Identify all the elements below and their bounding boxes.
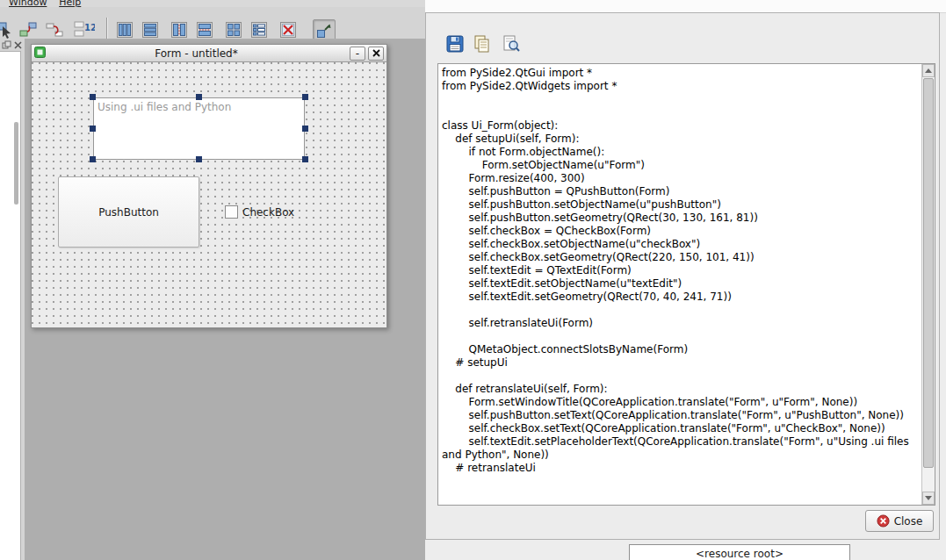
scroll-down-icon[interactable]	[922, 492, 935, 505]
dock-close-icon[interactable]	[13, 40, 23, 50]
resource-root-item[interactable]: <resource root>	[629, 544, 850, 560]
selection-handle[interactable]	[196, 156, 202, 162]
close-button-label: Close	[894, 515, 923, 528]
layout-horizontal-splitter-icon[interactable]	[169, 19, 190, 40]
dock-scrollbar-thumb[interactable]	[14, 122, 18, 205]
selection-handle[interactable]	[302, 94, 308, 100]
form-window-title: Form - untitled*	[46, 47, 347, 60]
right-top-strip	[425, 0, 946, 13]
selection-handle[interactable]	[302, 156, 308, 162]
textedit-placeholder: Using .ui files and Python	[97, 101, 300, 113]
break-layout-icon[interactable]	[278, 19, 299, 40]
toolbar-separator	[106, 18, 108, 40]
checkbox-indicator[interactable]	[225, 205, 238, 219]
scroll-up-icon[interactable]	[922, 64, 935, 77]
generated-code: from PySide2.QtGui import * from PySide2…	[438, 64, 935, 477]
layout-vertically-icon[interactable]	[140, 19, 161, 40]
close-window-button[interactable]	[368, 47, 384, 61]
checkbox-label: CheckBox	[242, 206, 294, 219]
checkbox-widget[interactable]: CheckBox	[225, 194, 314, 230]
layout-vertical-splitter-icon[interactable]	[194, 19, 215, 40]
code-preview-dialog: from PySide2.QtGui import * from PySide2…	[425, 12, 940, 540]
selection-handle[interactable]	[196, 94, 202, 100]
close-circle-icon	[877, 514, 890, 528]
code-scrollbar[interactable]	[921, 64, 935, 505]
edit-signals-slots-icon[interactable]	[18, 19, 39, 40]
pushbutton-widget[interactable]: PushButton	[58, 176, 199, 248]
edit-widgets-icon[interactable]	[0, 19, 15, 40]
code-view[interactable]: from PySide2.QtGui import * from PySide2…	[437, 63, 935, 506]
widget-box-dock	[0, 39, 25, 560]
dock-float-icon[interactable]	[2, 40, 11, 50]
widget-box-panel[interactable]	[0, 51, 21, 560]
layout-grid-icon[interactable]	[223, 19, 244, 40]
selection-handle[interactable]	[90, 156, 96, 162]
form-editor-window: Form - untitled* - Using .ui files and P…	[31, 44, 387, 328]
layout-form-icon[interactable]	[249, 19, 270, 40]
selection-handle[interactable]	[90, 94, 96, 100]
form-canvas[interactable]: Using .ui files and Python PushButton Ch…	[32, 62, 386, 327]
selection-handle[interactable]	[302, 126, 308, 132]
close-button[interactable]: Close	[865, 510, 934, 532]
menu-help[interactable]: Help	[59, 0, 81, 7]
edit-buddies-icon[interactable]	[44, 19, 65, 40]
minimize-button[interactable]: -	[350, 47, 365, 61]
find-icon[interactable]	[500, 32, 523, 55]
close-icon	[372, 49, 380, 57]
edit-tab-order-icon[interactable]: 123	[74, 19, 95, 40]
menu-window[interactable]: Window	[9, 0, 47, 7]
layout-horizontally-icon[interactable]	[114, 19, 135, 40]
scrollbar-thumb[interactable]	[923, 78, 934, 468]
svg-text:123: 123	[84, 23, 95, 32]
save-icon[interactable]	[444, 32, 466, 55]
form-titlebar[interactable]: Form - untitled* -	[32, 45, 386, 62]
menubar: Window Help	[0, 0, 425, 7]
form-file-icon	[34, 47, 46, 61]
copy-icon[interactable]	[471, 32, 494, 55]
selection-handle[interactable]	[90, 126, 96, 132]
toolbar: 123	[0, 7, 425, 39]
qt-designer-window: Window Help	[0, 0, 946, 560]
textedit-widget[interactable]: Using .ui files and Python	[93, 97, 305, 160]
